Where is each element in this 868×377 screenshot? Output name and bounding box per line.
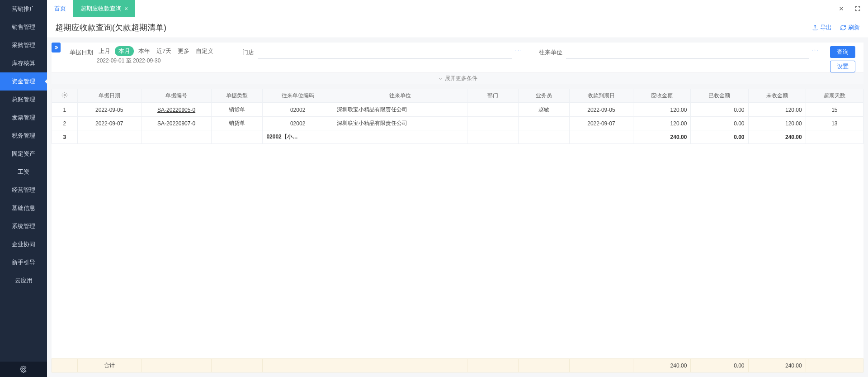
table-row[interactable]: 22022-09-07SA-20220907-0销货单02002深圳联宝小精品有… bbox=[52, 117, 863, 130]
col-header-7[interactable]: 业务员 bbox=[518, 89, 569, 103]
close-icon[interactable]: × bbox=[124, 5, 128, 12]
svg-point-0 bbox=[23, 368, 24, 370]
sidebar-item-7[interactable]: 税务管理 bbox=[0, 127, 47, 145]
date-range-display: 2022-09-01 至 2022-09-30 bbox=[97, 57, 215, 65]
date-quick-more[interactable]: 更多 bbox=[176, 46, 191, 56]
tab-home[interactable]: 首页 bbox=[47, 0, 73, 17]
col-header-8[interactable]: 收款到期日 bbox=[569, 89, 633, 103]
col-header-11[interactable]: 未收金额 bbox=[748, 89, 806, 103]
export-icon bbox=[812, 24, 818, 31]
store-input[interactable] bbox=[258, 49, 512, 56]
page-title: 超期应收款查询(欠款超期清单) bbox=[55, 22, 812, 33]
party-label: 往来单位 bbox=[539, 46, 566, 59]
col-header-6[interactable]: 部门 bbox=[467, 89, 518, 103]
sidebar-item-8[interactable]: 固定资产 bbox=[0, 145, 47, 163]
sidebar-item-12[interactable]: 系统管理 bbox=[0, 217, 47, 235]
subtotal-row: 302002【小…240.000.00240.00 bbox=[52, 130, 863, 144]
date-quick-last-month[interactable]: 上月 bbox=[97, 46, 112, 56]
total-receivable: 240.00 bbox=[633, 359, 691, 372]
doc-link[interactable]: SA-20220907-0 bbox=[141, 117, 211, 130]
refresh-button[interactable]: 刷新 bbox=[840, 24, 860, 32]
total-unreceived: 240.00 bbox=[748, 359, 806, 372]
svg-point-1 bbox=[64, 94, 66, 96]
doc-link[interactable]: SA-20220905-0 bbox=[141, 103, 211, 117]
date-quick-custom[interactable]: 自定义 bbox=[194, 46, 215, 56]
sidebar-item-10[interactable]: 经营管理 bbox=[0, 181, 47, 199]
expand-conditions-button[interactable]: 展开更多条件 bbox=[52, 72, 863, 84]
gear-icon bbox=[20, 366, 27, 373]
col-header-2[interactable]: 单据编号 bbox=[141, 89, 211, 103]
date-quick-this-month[interactable]: 本月 bbox=[115, 46, 134, 56]
settings-button[interactable]: 设置 bbox=[830, 61, 855, 72]
tabs-bar: 首页 超期应收款查询 × bbox=[47, 0, 868, 17]
sidebar-settings[interactable] bbox=[0, 362, 47, 377]
sidebar-item-5[interactable]: 总账管理 bbox=[0, 91, 47, 109]
sidebar-item-14[interactable]: 新手引导 bbox=[0, 253, 47, 272]
collapse-filters-button[interactable] bbox=[52, 43, 61, 52]
chevron-right-icon bbox=[53, 45, 59, 50]
sidebar: 营销推广销售管理采购管理库存核算资金管理总账管理发票管理税务管理固定资产工资经营… bbox=[0, 0, 47, 377]
col-header-10[interactable]: 已收金额 bbox=[691, 89, 748, 103]
col-header-5[interactable]: 往来单位 bbox=[333, 89, 467, 103]
store-more-button[interactable]: ··· bbox=[512, 46, 525, 53]
sidebar-item-1[interactable]: 销售管理 bbox=[0, 18, 47, 36]
x-icon bbox=[838, 5, 844, 12]
col-header-9[interactable]: 应收金额 bbox=[633, 89, 691, 103]
gear-icon bbox=[61, 92, 68, 98]
col-header-12[interactable]: 超期天数 bbox=[806, 89, 863, 103]
query-button[interactable]: 查询 bbox=[830, 46, 855, 58]
sidebar-item-2[interactable]: 采购管理 bbox=[0, 36, 47, 54]
data-table: 单据日期单据编号单据类型往来单位编码往来单位部门业务员收款到期日应收金额已收金额… bbox=[52, 89, 863, 372]
fullscreen-button[interactable] bbox=[852, 3, 863, 14]
totals-label: 合计 bbox=[77, 359, 141, 372]
refresh-icon bbox=[840, 24, 846, 31]
date-quick-last7[interactable]: 近7天 bbox=[155, 46, 173, 56]
date-label: 单据日期 bbox=[70, 46, 97, 59]
sidebar-item-9[interactable]: 工资 bbox=[0, 163, 47, 181]
export-button[interactable]: 导出 bbox=[812, 24, 832, 32]
page-header: 超期应收款查询(欠款超期清单) 导出 刷新 bbox=[47, 17, 868, 38]
party-input[interactable] bbox=[566, 49, 809, 56]
table-row[interactable]: 12022-09-05SA-20220905-0销货单02002深圳联宝小精品有… bbox=[52, 103, 863, 117]
total-received: 0.00 bbox=[691, 359, 748, 372]
store-label: 门店 bbox=[242, 46, 258, 59]
col-header-3[interactable]: 单据类型 bbox=[212, 89, 263, 103]
totals-row: 合计 240.00 0.00 240.00 bbox=[52, 359, 863, 372]
filter-bar: 单据日期 上月 本月 本年 近7天 更多 自定义 2022-09-01 至 20… bbox=[52, 43, 863, 72]
sidebar-item-11[interactable]: 基础信息 bbox=[0, 199, 47, 217]
tab-label: 超期应收款查询 bbox=[80, 5, 122, 13]
sidebar-item-0[interactable]: 营销推广 bbox=[0, 0, 47, 18]
expand-icon bbox=[854, 5, 861, 12]
refresh-label: 刷新 bbox=[848, 24, 860, 32]
sidebar-item-15[interactable]: 云应用 bbox=[0, 272, 47, 290]
col-header-1[interactable]: 单据日期 bbox=[77, 89, 141, 103]
col-header-4[interactable]: 往来单位编码 bbox=[263, 89, 333, 103]
sidebar-item-13[interactable]: 企业协同 bbox=[0, 235, 47, 253]
col-header-0[interactable] bbox=[52, 89, 78, 103]
export-label: 导出 bbox=[820, 24, 832, 32]
close-panel-button[interactable] bbox=[835, 3, 847, 14]
tab-active[interactable]: 超期应收款查询 × bbox=[73, 0, 135, 17]
date-quick-this-year[interactable]: 本年 bbox=[137, 46, 152, 56]
party-more-button[interactable]: ··· bbox=[809, 46, 822, 53]
expand-label: 展开更多条件 bbox=[445, 75, 477, 82]
sidebar-item-6[interactable]: 发票管理 bbox=[0, 109, 47, 127]
chevron-down-icon bbox=[438, 76, 443, 81]
sidebar-item-4[interactable]: 资金管理 bbox=[0, 72, 47, 91]
sidebar-item-3[interactable]: 库存核算 bbox=[0, 54, 47, 72]
tab-label: 首页 bbox=[54, 5, 66, 13]
